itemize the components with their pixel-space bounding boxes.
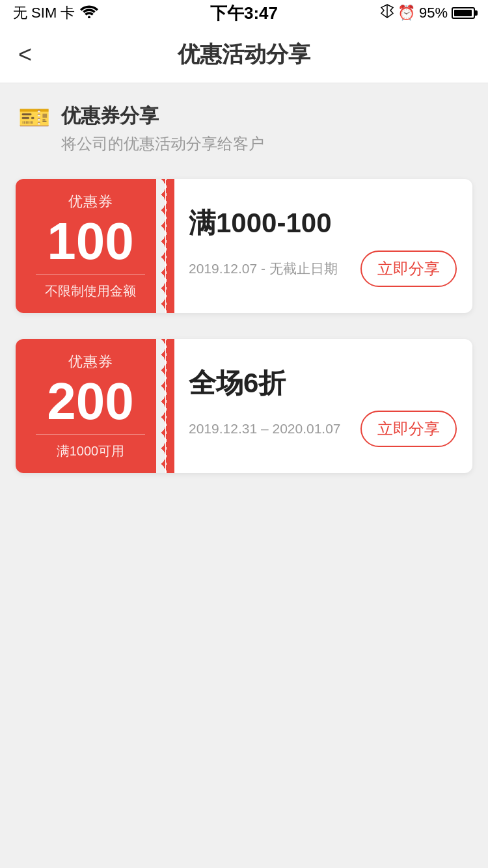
- empty-area: [0, 506, 488, 868]
- coupon-footer-1: 2019.12.07 - 无截止日期 立即分享: [189, 251, 457, 287]
- coupon-divider-2: [36, 434, 145, 435]
- battery-icon: [452, 7, 475, 19]
- alarm-icon: ⏰: [398, 5, 415, 21]
- share-button-2[interactable]: 立即分享: [360, 411, 457, 447]
- section-text-block: 优惠券分享 将公司的优惠活动分享给客户: [61, 103, 264, 154]
- coupon-list: 优惠券 100 不限制使用金额 满1000-100 2019.12.07 - 无…: [0, 166, 488, 506]
- wifi-icon: [80, 4, 98, 22]
- section-icon: 🎫: [18, 104, 51, 130]
- coupon-divider-1: [36, 274, 145, 275]
- nav-title: 优惠活动分享: [178, 40, 310, 70]
- coupon-condition-2: 满1000可用: [57, 442, 125, 460]
- back-button[interactable]: <: [18, 41, 32, 68]
- coupon-name-2: 全场6折: [189, 365, 457, 401]
- coupon-label-1: 优惠券: [68, 192, 113, 211]
- status-left: 无 SIM 卡: [13, 3, 98, 23]
- coupon-label-2: 优惠券: [68, 352, 113, 372]
- status-time: 下午3:47: [210, 2, 278, 25]
- coupon-left-1: 优惠券 100 不限制使用金额: [16, 179, 165, 313]
- coupon-name-1: 满1000-100: [189, 205, 457, 241]
- coupon-left-2: 优惠券 200 满1000可用: [16, 339, 165, 473]
- coupon-condition-1: 不限制使用金额: [45, 282, 136, 300]
- coupon-amount-1: 100: [47, 215, 133, 267]
- status-right: ⏰ 95%: [381, 4, 475, 22]
- section-title: 优惠券分享: [61, 103, 264, 129]
- location-icon: [381, 4, 394, 22]
- svg-point-0: [88, 16, 90, 19]
- battery-percent: 95%: [419, 5, 448, 21]
- section-subtitle: 将公司的优惠活动分享给客户: [61, 133, 264, 154]
- coupon-right-1: 满1000-100 2019.12.07 - 无截止日期 立即分享: [165, 179, 472, 313]
- nav-bar: < 优惠活动分享: [0, 26, 488, 83]
- carrier-text: 无 SIM 卡: [13, 3, 75, 23]
- coupon-card-2: 优惠券 200 满1000可用 全场6折 2019.12.31 – 2020.0…: [16, 339, 472, 473]
- coupon-footer-2: 2019.12.31 – 2020.01.07 立即分享: [189, 411, 457, 447]
- share-button-1[interactable]: 立即分享: [360, 251, 457, 287]
- coupon-right-2: 全场6折 2019.12.31 – 2020.01.07 立即分享: [165, 339, 472, 473]
- section-header: 🎫 优惠券分享 将公司的优惠活动分享给客户: [0, 83, 488, 166]
- coupon-date-2: 2019.12.31 – 2020.01.07: [189, 421, 354, 437]
- coupon-amount-2: 200: [47, 375, 133, 427]
- status-bar: 无 SIM 卡 下午3:47 ⏰ 95%: [0, 0, 488, 26]
- coupon-card-1: 优惠券 100 不限制使用金额 满1000-100 2019.12.07 - 无…: [16, 179, 472, 313]
- coupon-date-1: 2019.12.07 - 无截止日期: [189, 260, 354, 278]
